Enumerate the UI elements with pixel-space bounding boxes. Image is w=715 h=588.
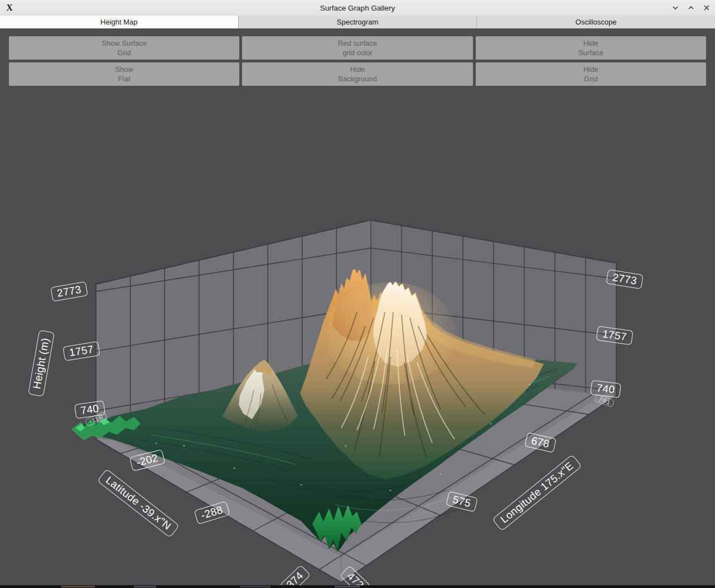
taskbar-sliver bbox=[0, 585, 715, 588]
tab-spectrogram[interactable]: Spectrogram bbox=[239, 16, 477, 28]
minimize-icon[interactable] bbox=[670, 3, 680, 13]
window-title: Surface Graph Gallery bbox=[0, 4, 715, 12]
tab-oscilloscope[interactable]: Oscilloscope bbox=[477, 16, 715, 28]
maximize-icon[interactable] bbox=[686, 3, 696, 13]
surface-plot-canvas[interactable] bbox=[0, 28, 715, 585]
close-icon[interactable] bbox=[702, 3, 712, 13]
tab-bar: Height Map Spectrogram Oscilloscope bbox=[0, 16, 715, 28]
tab-height-map[interactable]: Height Map bbox=[0, 16, 239, 28]
app-window: X Surface Graph Gallery Height Map Spect… bbox=[0, 0, 715, 588]
app-icon[interactable]: X bbox=[4, 3, 15, 13]
titlebar: X Surface Graph Gallery bbox=[0, 0, 715, 16]
window-controls bbox=[670, 0, 712, 16]
